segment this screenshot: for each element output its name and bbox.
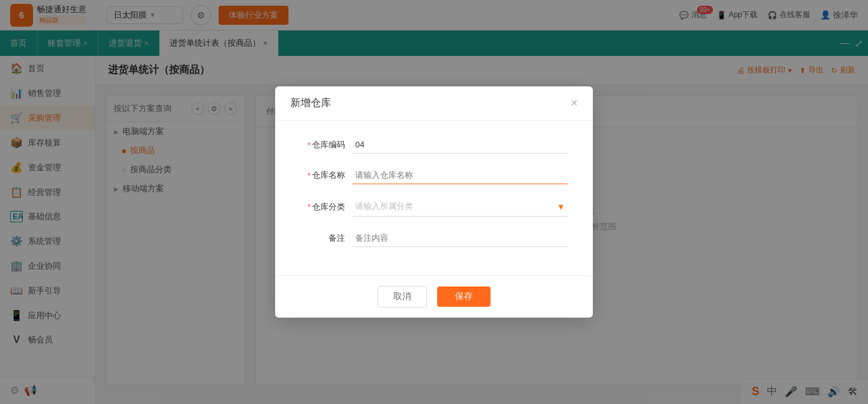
form-row-note: 备注 [301,229,567,247]
category-select[interactable]: 请输入所属分类 ▼ [353,197,567,217]
category-select-placeholder: 请输入所属分类 [355,201,413,212]
add-warehouse-modal: 新增仓库 × * 仓库编码 * 仓库名称 * 仓库分 [275,86,593,318]
category-dropdown-icon: ▼ [557,202,565,212]
category-required-mark: * [308,202,311,212]
code-label: * 仓库编码 [301,139,345,151]
category-label: * 仓库分类 [301,201,345,213]
warehouse-name-input[interactable] [353,166,567,184]
form-row-category: * 仓库分类 请输入所属分类 ▼ [301,197,567,217]
cancel-button[interactable]: 取消 [377,286,427,307]
modal-close-icon[interactable]: × [571,97,578,110]
note-label: 备注 [301,232,345,244]
modal-title: 新增仓库 [290,97,331,110]
modal-footer: 取消 保存 [275,275,593,318]
modal-header: 新增仓库 × [275,86,593,121]
warehouse-note-input[interactable] [353,229,567,247]
name-required-mark: * [308,171,311,180]
code-required-mark: * [308,140,311,150]
name-label: * 仓库名称 [301,170,345,181]
form-row-name: * 仓库名称 [301,166,567,184]
modal-overlay[interactable]: 新增仓库 × * 仓库编码 * 仓库名称 * 仓库分 [0,0,868,404]
save-button[interactable]: 保存 [437,286,491,307]
form-row-code: * 仓库编码 [301,136,567,154]
modal-body: * 仓库编码 * 仓库名称 * 仓库分类 请输入所属分类 ▼ [275,121,593,275]
warehouse-code-input[interactable] [353,136,567,154]
